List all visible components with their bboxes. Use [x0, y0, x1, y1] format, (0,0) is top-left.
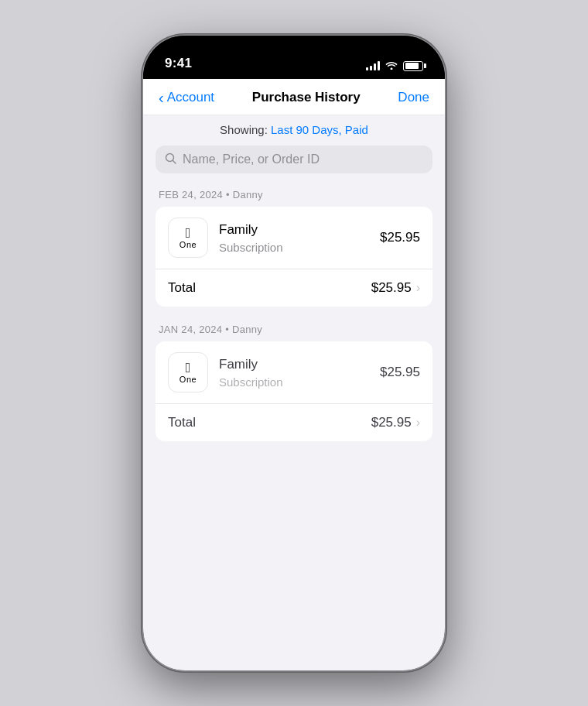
screen: ‹ Account Purchase History Done Showing:…	[143, 79, 445, 670]
transaction-type-1: Subscription	[219, 241, 380, 254]
chevron-right-icon-1: ›	[416, 281, 420, 295]
transaction-name-2: Family	[219, 356, 380, 373]
section-header-1: FEB 24, 2024 • Danny	[143, 184, 445, 207]
status-bar: 9:41	[143, 36, 445, 79]
transaction-info-2: Family Subscription	[219, 356, 380, 388]
transaction-card-1:  One Family Subscription $25.95 Total $…	[156, 207, 432, 307]
total-amount-wrapper-1: $25.95 ›	[371, 280, 420, 296]
total-label-2: Total	[168, 415, 196, 430]
total-row-2[interactable]: Total $25.95 ›	[156, 404, 432, 441]
apple-logo-2: 	[186, 361, 191, 375]
svg-line-1	[173, 161, 176, 164]
phone-frame: 9:41 ‹ Account Pur	[143, 36, 445, 670]
apple-one-icon-1:  One	[168, 218, 208, 258]
total-amount-2: $25.95	[371, 415, 412, 430]
status-icons	[366, 60, 423, 71]
chevron-left-icon: ‹	[159, 90, 164, 105]
apple-one-icon-2:  One	[168, 352, 208, 392]
back-button[interactable]: ‹ Account	[159, 90, 214, 105]
transaction-price-2: $25.95	[380, 365, 420, 380]
search-placeholder: Name, Price, or Order ID	[183, 153, 320, 166]
wifi-icon	[385, 60, 398, 71]
apple-logo-1: 	[186, 226, 191, 240]
status-time: 9:41	[165, 56, 192, 71]
total-label-1: Total	[168, 280, 196, 296]
battery-icon	[403, 61, 423, 71]
filter-value[interactable]: Last 90 Days, Paid	[271, 123, 368, 136]
transaction-name-1: Family	[219, 221, 380, 238]
total-amount-1: $25.95	[371, 280, 412, 296]
one-label-2: One	[179, 375, 197, 384]
search-icon	[165, 153, 176, 166]
page-title: Purchase History	[252, 90, 361, 105]
section-header-2: JAN 24, 2024 • Danny	[143, 319, 445, 341]
search-container: Name, Price, or Order ID	[143, 146, 445, 184]
transaction-item-1[interactable]:  One Family Subscription $25.95	[156, 207, 432, 269]
signal-icon	[366, 61, 380, 70]
transaction-item-2[interactable]:  One Family Subscription $25.95	[156, 341, 432, 404]
nav-bar: ‹ Account Purchase History Done	[143, 79, 445, 115]
one-label-1: One	[179, 240, 197, 249]
search-bar[interactable]: Name, Price, or Order ID	[156, 146, 432, 173]
transaction-type-2: Subscription	[219, 375, 380, 389]
back-label: Account	[167, 90, 214, 105]
total-amount-wrapper-2: $25.95 ›	[371, 415, 420, 430]
filter-bar: Showing: Last 90 Days, Paid	[143, 115, 445, 146]
transaction-info-1: Family Subscription	[219, 221, 380, 253]
transaction-price-1: $25.95	[380, 230, 420, 245]
done-button[interactable]: Done	[398, 90, 429, 105]
filter-prefix: Showing:	[220, 123, 271, 136]
total-row-1[interactable]: Total $25.95 ›	[156, 269, 432, 307]
chevron-right-icon-2: ›	[416, 416, 420, 430]
transaction-card-2:  One Family Subscription $25.95 Total $…	[156, 341, 432, 441]
dynamic-island	[248, 45, 340, 71]
